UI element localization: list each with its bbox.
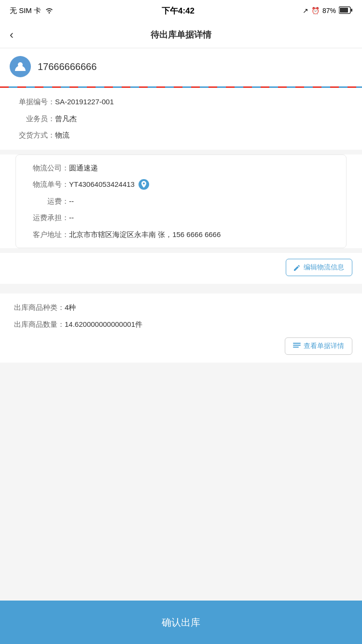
- freight-bear-value: --: [69, 212, 336, 224]
- salesman-value: 曾凡杰: [55, 113, 350, 125]
- order-no-value: SA-20191227-001: [55, 97, 350, 108]
- goods-quantity-value: 14.620000000000001件: [65, 319, 350, 330]
- goods-quantity-row: 出库商品数量： 14.620000000000001件: [12, 319, 350, 330]
- edit-logistics-button[interactable]: 编辑物流信息: [286, 259, 352, 276]
- delivery-label: 交货方式：: [12, 130, 55, 141]
- confirm-button[interactable]: 确认出库: [0, 601, 362, 644]
- svg-rect-6: [293, 347, 299, 348]
- order-no-label: 单据编号：: [12, 97, 55, 108]
- delivery-row: 交货方式： 物流: [12, 130, 350, 141]
- tracking-location-icon[interactable]: [139, 179, 149, 190]
- avatar: [10, 56, 31, 77]
- logistics-company-value: 圆通速递: [69, 163, 336, 174]
- svg-rect-5: [293, 345, 301, 346]
- freight-bear-label: 运费承担：: [26, 212, 69, 224]
- edit-logistics-btn-label: 编辑物流信息: [304, 263, 344, 272]
- section-gap-1: [0, 284, 362, 289]
- svg-rect-1: [340, 8, 348, 13]
- svg-rect-2: [351, 9, 352, 12]
- goods-quantity-label: 出库商品数量：: [12, 319, 65, 330]
- goods-section: 出库商品种类： 4种 出库商品数量： 14.620000000000001件: [0, 294, 362, 337]
- battery-text: 87%: [322, 7, 336, 14]
- address-value: 北京市市辖区海淀区永丰南 张，156 6666 6666: [69, 229, 336, 240]
- freight-value: --: [69, 196, 336, 207]
- logistics-tracking-row: 物流单号： YT43064053424413: [26, 179, 336, 190]
- battery-icon: [339, 6, 352, 15]
- view-detail-btn-label: 查看单据详情: [304, 342, 344, 350]
- salesman-label: 业务员：: [12, 113, 55, 125]
- goods-types-value: 4种: [65, 302, 350, 313]
- customer-phone: 17666666666: [38, 61, 97, 72]
- logistics-section: 物流公司： 圆通速递 物流单号： YT43064053424413 运费： --…: [15, 154, 347, 249]
- address-row: 客户地址： 北京市市辖区海淀区永丰南 张，156 6666 6666: [26, 229, 336, 240]
- main-content: 17666666666 单据编号： SA-20191227-001 业务员： 曾…: [0, 48, 362, 411]
- customer-section: 17666666666: [0, 48, 362, 85]
- view-detail-wrapper: 查看单据详情: [0, 337, 362, 363]
- svg-rect-4: [293, 343, 301, 344]
- basic-info-section: 单据编号： SA-20191227-001 业务员： 曾凡杰 交货方式： 物流: [0, 88, 362, 150]
- logistics-company-row: 物流公司： 圆通速递: [26, 163, 336, 174]
- dashed-divider: [0, 85, 362, 88]
- location-status-icon: ↗: [303, 7, 308, 14]
- delivery-value: 物流: [55, 130, 350, 141]
- status-left: 无 SIM 卡: [10, 6, 54, 15]
- logistics-tracking-label: 物流单号：: [26, 179, 69, 190]
- status-right: ↗ ⏰ 87%: [303, 6, 352, 15]
- status-time: 下午4:42: [162, 5, 195, 16]
- carrier-text: 无 SIM 卡: [10, 6, 41, 15]
- logistics-tracking-value: YT43064053424413: [69, 179, 336, 190]
- view-detail-button[interactable]: 查看单据详情: [285, 337, 352, 355]
- order-no-row: 单据编号： SA-20191227-001: [12, 97, 350, 108]
- back-button[interactable]: ‹: [10, 28, 14, 42]
- salesman-row: 业务员： 曾凡杰: [12, 113, 350, 125]
- address-label: 客户地址：: [26, 229, 69, 240]
- nav-bar: ‹ 待出库单据详情: [0, 21, 362, 48]
- alarm-icon: ⏰: [311, 7, 320, 14]
- goods-types-label: 出库商品种类：: [12, 302, 65, 313]
- logistics-company-label: 物流公司：: [26, 163, 69, 174]
- freight-bear-row: 运费承担： --: [26, 212, 336, 224]
- confirm-btn-label: 确认出库: [162, 616, 200, 629]
- status-bar: 无 SIM 卡 下午4:42 ↗ ⏰ 87%: [0, 0, 362, 21]
- page-title: 待出库单据详情: [151, 29, 211, 41]
- freight-row: 运费： --: [26, 196, 336, 207]
- freight-label: 运费：: [26, 196, 69, 207]
- goods-types-row: 出库商品种类： 4种: [12, 302, 350, 313]
- wifi-icon: [45, 7, 54, 15]
